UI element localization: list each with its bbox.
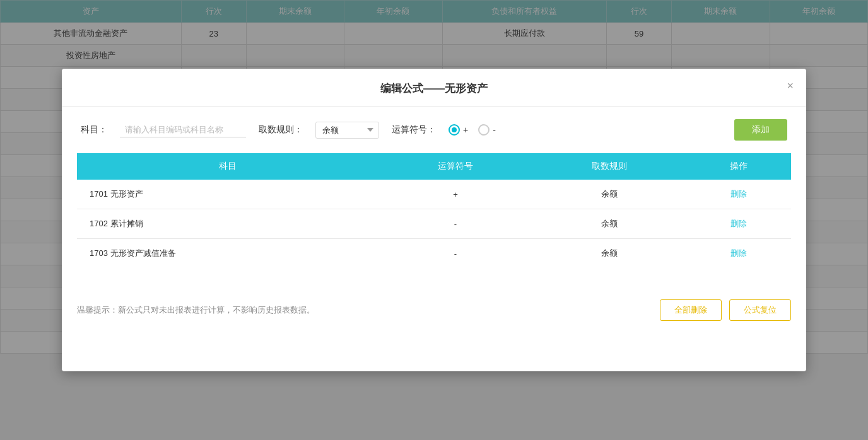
table-cell-action: 删除 <box>686 209 791 239</box>
table-cell-subject: 1701 无形资产 <box>77 180 378 209</box>
form-row: 科目： 取数规则： 余额 借方发生额 贷方发生额 借方余额 贷方余额 运算符号：… <box>62 107 806 153</box>
table-cell-operator: - <box>378 209 532 239</box>
table-row: 1703 无形资产减值准备-余额删除 <box>77 239 791 269</box>
operator-minus-radio[interactable] <box>478 124 490 136</box>
data-table-wrap: 科目 运算符号 取数规则 操作 1701 无形资产+余额删除1702 累计摊销-… <box>62 153 806 268</box>
table-cell-rule: 余额 <box>532 209 686 239</box>
table-cell-subject: 1702 累计摊销 <box>77 209 378 239</box>
table-cell-action: 删除 <box>686 180 791 209</box>
rule-select-wrap: 余额 借方发生额 贷方发生额 借方余额 贷方余额 <box>315 122 379 139</box>
close-button[interactable]: × <box>787 80 794 91</box>
modal-footer: 温馨提示：新公式只对未出报表进行计算，不影响历史报表数据。 全部删除 公式复位 <box>62 287 806 333</box>
table-header-rule: 取数规则 <box>532 153 686 180</box>
table-header-action: 操作 <box>686 153 791 180</box>
footer-buttons: 全部删除 公式复位 <box>660 299 791 321</box>
rule-label: 取数规则： <box>259 124 303 136</box>
delete-row-button[interactable]: 删除 <box>730 219 747 228</box>
operator-minus-option[interactable]: - <box>478 124 496 136</box>
delete-row-button[interactable]: 删除 <box>730 189 747 199</box>
table-row: 1702 累计摊销-余额删除 <box>77 209 791 239</box>
operator-plus-radio[interactable] <box>449 124 460 136</box>
table-header-operator: 运算符号 <box>378 153 532 180</box>
add-button[interactable]: 添加 <box>734 119 787 141</box>
operator-label: 运算符号： <box>392 124 436 136</box>
hint-text: 温馨提示：新公式只对未出报表进行计算，不影响历史报表数据。 <box>77 304 315 316</box>
table-cell-operator: - <box>378 239 532 269</box>
table-cell-rule: 余额 <box>532 180 686 209</box>
data-table: 科目 运算符号 取数规则 操作 1701 无形资产+余额删除1702 累计摊销-… <box>77 153 791 268</box>
operator-minus-label: - <box>493 125 496 135</box>
rule-select[interactable]: 余额 借方发生额 贷方发生额 借方余额 贷方余额 <box>315 122 379 139</box>
table-cell-operator: + <box>378 180 532 209</box>
operator-radio-group: + - <box>449 124 496 136</box>
modal-overlay: 编辑公式——无形资产 × 科目： 取数规则： 余额 借方发生额 贷方发生额 借方… <box>0 0 868 440</box>
table-row: 1701 无形资产+余额删除 <box>77 180 791 209</box>
table-cell-action: 删除 <box>686 239 791 269</box>
modal-title: 编辑公式——无形资产 <box>380 83 488 95</box>
operator-plus-label: + <box>463 125 468 135</box>
delete-row-button[interactable]: 删除 <box>730 248 747 258</box>
table-header-subject: 科目 <box>77 153 378 180</box>
subject-input[interactable] <box>120 122 246 137</box>
table-cell-subject: 1703 无形资产减值准备 <box>77 239 378 269</box>
modal-header: 编辑公式——无形资产 × <box>62 69 806 107</box>
table-cell-rule: 余额 <box>532 239 686 269</box>
reset-formula-button[interactable]: 公式复位 <box>729 299 791 321</box>
delete-all-button[interactable]: 全部删除 <box>660 299 722 321</box>
operator-plus-option[interactable]: + <box>449 124 468 136</box>
modal-dialog: 编辑公式——无形资产 × 科目： 取数规则： 余额 借方发生额 贷方发生额 借方… <box>62 69 806 371</box>
subject-label: 科目： <box>81 124 107 136</box>
